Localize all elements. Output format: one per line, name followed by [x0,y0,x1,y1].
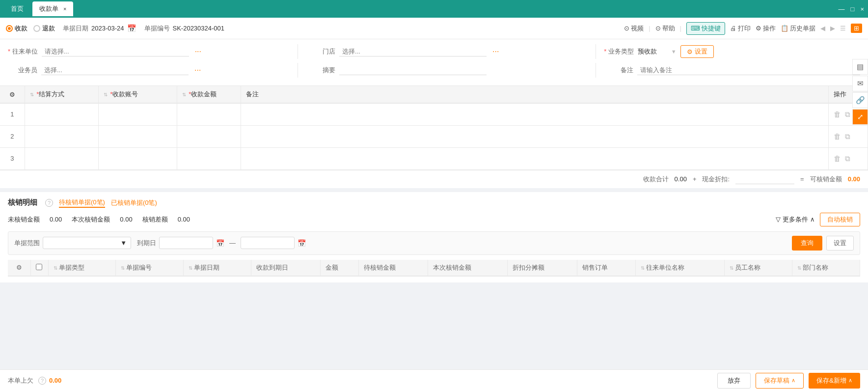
delete-icon-3[interactable]: 🗑 [834,154,841,163]
total-value: 0.00 [675,175,687,183]
sort-dept: ⇅ [797,265,801,271]
receipt-radio-dot [6,25,13,32]
partner-more-icon[interactable]: ··· [193,47,203,56]
row-method-1[interactable] [25,103,98,125]
row-method-2[interactable] [25,125,98,147]
sort-icon-account: ⇅ [104,92,108,97]
save-new-arrow: ∧ [848,377,852,384]
calendar-icon[interactable]: 📅 [127,24,136,33]
footer: 本单上欠 ? 0.00 放弃 保存草稿 ∧ 保存&新增 ∧ [0,369,868,391]
nav-next-icon[interactable]: ▶ [830,25,835,32]
window-maximize-icon[interactable]: □ [851,5,855,13]
bth-amount: 金额 [321,260,358,276]
row-amount-3[interactable] [177,147,241,169]
abandon-button[interactable]: 放弃 [717,373,751,389]
shortcut-btn[interactable]: ⌨ 快捷键 [686,22,725,35]
table-settings-icon[interactable]: ⚙ [9,91,15,98]
nuclear-tab-pending[interactable]: 待核销单据(0笔) [59,198,105,208]
date-label: 单据日期 [63,24,88,33]
operation-btn[interactable]: ⚙ 操作 [756,24,776,33]
window-close-icon[interactable]: × [860,5,864,13]
unchecked-label: 未核销金额 [8,215,40,224]
row-amount-2[interactable] [177,125,241,147]
help-btn[interactable]: ⊙ 帮助 [655,24,675,33]
salesperson-input[interactable] [41,65,189,75]
date-from-input[interactable]: 2022-04-01 [159,237,213,249]
date-to-input[interactable]: 2022-04-12 [241,237,295,249]
row-account-2[interactable] [98,125,177,147]
nuclear-info-icon[interactable]: ? [45,199,53,207]
salesperson-more-icon[interactable]: ··· [192,66,203,75]
number-label: 单据编号 [144,24,170,33]
filter-icon: ▽ [776,216,781,223]
more-conditions-btn[interactable]: ▽ 更多条件 ∧ [776,215,815,224]
range-select[interactable]: ▼ [43,237,131,249]
remark-label: 备注 [604,66,633,75]
select-all-checkbox[interactable] [36,264,42,270]
more-conditions-label: 更多条件 [783,215,808,224]
save-draft-button[interactable]: 保存草稿 ∧ [756,373,804,389]
discount-input[interactable] [735,174,794,184]
setting-button[interactable]: ⚙ 设置 [680,45,714,58]
summary-label: 摘要 [306,66,335,75]
store-input[interactable] [339,47,487,56]
nav-prev-icon[interactable]: ◀ [820,25,825,32]
calendar-from-icon[interactable]: 📅 [216,239,224,247]
copy-icon-1[interactable]: ⧉ [845,110,850,119]
business-type-dropdown-icon[interactable]: ▼ [671,49,677,55]
toolbar-actions: ⊙ 视频 | ⊙ 帮助 | ⌨ 快捷键 🖨 打印 ⚙ 操作 📋 历史单据 ◀ ▶… [624,22,862,35]
copy-icon-3[interactable]: ⧉ [845,154,850,163]
row-amount-1[interactable] [177,103,241,125]
delete-icon-2[interactable]: 🗑 [834,132,841,140]
sidebar-table-icon[interactable]: ▤ [852,59,868,75]
grid-view-icon[interactable]: ⊞ [851,24,862,33]
refund-radio[interactable]: 退款 [33,24,55,33]
copy-icon-2[interactable]: ⧉ [845,132,850,141]
row-note-1[interactable] [241,103,829,125]
video-btn[interactable]: ⊙ 视频 [624,24,644,33]
save-new-button[interactable]: 保存&新增 ∧ [809,373,860,389]
help-label: 帮助 [662,24,675,33]
table-row: 3 🗑 ⧉ [0,147,868,169]
bottom-settings-icon[interactable]: ⚙ [16,264,22,271]
sort-number: ⇅ [121,265,125,271]
summary-input[interactable] [339,65,487,75]
calendar-to-icon[interactable]: 📅 [298,239,306,247]
tab-home[interactable]: 首页 [4,1,30,16]
list-view-icon[interactable]: ☰ [840,25,846,32]
sidebar-expand-icon[interactable]: ⤢ [852,109,868,125]
print-label: 打印 [738,24,751,33]
carry-forward-info-icon[interactable]: ? [38,377,46,385]
row-note-3[interactable] [241,147,829,169]
bth-setting[interactable]: ⚙ [8,260,30,276]
query-button[interactable]: 查询 [792,236,822,251]
sort-icon-amount: ⇅ [182,92,186,97]
remark-input[interactable] [637,65,860,75]
tab-close-icon[interactable]: × [63,6,66,12]
store-label: 门店 [306,47,335,56]
due-label: 到期日 [137,239,156,248]
nuclear-tab-done[interactable]: 已核销单据(0笔) [111,198,157,207]
row-account-3[interactable] [98,147,177,169]
sidebar-attach-icon[interactable]: 🔗 [852,92,868,108]
refund-radio-label: 退款 [42,24,55,33]
sidebar-email-icon[interactable]: ✉ [852,76,868,91]
delete-icon-1[interactable]: 🗑 [834,110,841,118]
history-btn[interactable]: 📋 历史单据 [781,24,815,33]
bth-number: ⇅单据编号 [116,260,184,276]
receipt-radio[interactable]: 收款 [6,24,27,33]
form-row-2: 业务员 ··· 摘要 备注 [8,63,860,78]
th-setting[interactable]: ⚙ [0,86,25,103]
print-btn[interactable]: 🖨 打印 [730,24,751,33]
partner-input[interactable] [42,47,189,56]
carry-forward-value: 0.00 [49,377,61,384]
auto-nuclear-btn[interactable]: 自动核销 [820,213,860,226]
tab-bar: 首页 收款单 × — □ × [0,0,868,18]
nuclear-settings-btn[interactable]: 设置 [826,236,854,251]
row-note-2[interactable] [241,125,829,147]
store-more-icon[interactable]: ··· [490,47,501,56]
window-minimize-icon[interactable]: — [839,5,845,13]
tab-receipt[interactable]: 收款单 × [32,1,73,16]
row-method-3[interactable] [25,147,98,169]
row-account-1[interactable] [98,103,177,125]
